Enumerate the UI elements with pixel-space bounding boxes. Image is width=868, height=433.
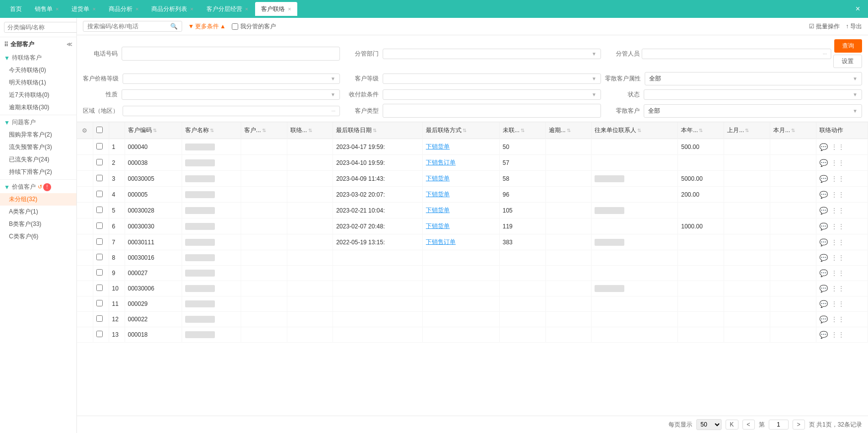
contact-icon[interactable]: 💬 bbox=[819, 300, 828, 308]
more-icon[interactable]: ⋮⋮ bbox=[831, 331, 845, 339]
collapse-icon[interactable]: ≪ bbox=[67, 41, 72, 48]
row-checkbox[interactable] bbox=[96, 222, 103, 229]
tab-home[interactable]: 首页 bbox=[4, 2, 28, 16]
th-type[interactable]: 客户...⇅ bbox=[241, 122, 287, 139]
close-sales-icon[interactable]: × bbox=[56, 6, 59, 12]
close-purchase-icon[interactable]: × bbox=[92, 6, 95, 12]
contact-icon[interactable]: 💬 bbox=[819, 285, 828, 292]
th-last-contact-method[interactable]: 最后联络方式⇅ bbox=[423, 122, 500, 139]
contact-icon[interactable]: 💬 bbox=[819, 159, 828, 167]
first-page-btn[interactable]: K bbox=[726, 420, 738, 430]
more-icon[interactable]: ⋮⋮ bbox=[831, 207, 845, 215]
row-checkbox[interactable] bbox=[96, 285, 103, 291]
th-name[interactable]: 客户名称⇅ bbox=[182, 122, 241, 139]
row-checkbox[interactable] bbox=[96, 300, 103, 306]
reset-button[interactable]: 设置 bbox=[833, 55, 862, 68]
contact-icon[interactable]: 💬 bbox=[819, 143, 828, 151]
row-checkbox[interactable] bbox=[96, 191, 103, 197]
close-product-analysis-list-icon[interactable]: × bbox=[190, 6, 193, 12]
select-manager[interactable]: ··· bbox=[642, 49, 831, 59]
tab-product-analysis-list[interactable]: 商品分析列表 × bbox=[145, 2, 199, 16]
more-icon[interactable]: ⋮⋮ bbox=[831, 222, 845, 230]
select-customer-grade[interactable]: ▼ bbox=[383, 73, 601, 84]
select-payment[interactable]: ▼ bbox=[383, 89, 601, 100]
sidebar-item-tomorrow[interactable]: 明天待联络(1) bbox=[0, 76, 76, 89]
select-region[interactable]: ··· bbox=[123, 106, 340, 116]
search-icon[interactable]: 🔍 bbox=[170, 23, 178, 30]
sidebar-item-7days[interactable]: 近7天待联络(0) bbox=[0, 89, 76, 101]
more-icon[interactable]: ⋮⋮ bbox=[831, 143, 845, 151]
contact-icon[interactable]: 💬 bbox=[819, 269, 828, 277]
close-customer-segment-icon[interactable]: × bbox=[245, 6, 248, 12]
sidebar-search-input[interactable] bbox=[4, 22, 77, 33]
more-icon[interactable]: ⋮⋮ bbox=[831, 285, 845, 292]
more-icon[interactable]: ⋮⋮ bbox=[831, 175, 845, 183]
sidebar-item-classC[interactable]: C类客户(6) bbox=[0, 230, 76, 243]
th-last-month[interactable]: 上月...⇅ bbox=[724, 122, 770, 139]
row-checkbox[interactable] bbox=[96, 269, 103, 276]
search-input[interactable] bbox=[87, 23, 170, 30]
th-partner-contact[interactable]: 往来单位联系人⇅ bbox=[592, 122, 678, 139]
sidebar-item-overdue[interactable]: 逾期未联络(30) bbox=[0, 101, 76, 114]
row-checkbox[interactable] bbox=[96, 331, 103, 337]
row-checkbox[interactable] bbox=[96, 315, 103, 322]
contact-icon[interactable]: 💬 bbox=[819, 222, 828, 230]
th-this-month[interactable]: 本月...⇅ bbox=[770, 122, 816, 139]
row-checkbox[interactable] bbox=[96, 175, 103, 181]
settings-gear-icon[interactable]: ⚙ bbox=[80, 127, 90, 134]
more-icon[interactable]: ⋮⋮ bbox=[831, 191, 845, 199]
sidebar-item-classA[interactable]: A类客户(1) bbox=[0, 206, 76, 218]
select-scattered[interactable]: 全部▼ bbox=[644, 104, 862, 118]
tab-sales[interactable]: 销售单 × bbox=[29, 2, 65, 16]
input-customer-type[interactable] bbox=[383, 104, 601, 118]
select-dept[interactable]: ▼ bbox=[383, 49, 601, 59]
page-number-input[interactable] bbox=[769, 420, 789, 430]
select-nature[interactable]: ▼ bbox=[122, 89, 340, 100]
sidebar-item-today[interactable]: 今天待联络(0) bbox=[0, 64, 76, 76]
more-icon[interactable]: ⋮⋮ bbox=[831, 269, 845, 277]
row-checkbox[interactable] bbox=[96, 143, 103, 149]
per-page-select[interactable]: 50 20 100 bbox=[696, 419, 722, 430]
contact-icon[interactable]: 💬 bbox=[819, 254, 828, 262]
my-customers-checkbox[interactable] bbox=[232, 23, 238, 30]
export-btn[interactable]: ↑ 导出 bbox=[846, 22, 862, 31]
close-customer-contact-icon[interactable]: × bbox=[288, 6, 291, 12]
search-button[interactable]: 查询 bbox=[834, 39, 862, 53]
row-checkbox[interactable] bbox=[96, 159, 103, 165]
batch-operation-btn[interactable]: ☑ 批量操作 bbox=[809, 22, 840, 31]
select-scattered-attr[interactable]: 全部▼ bbox=[645, 72, 862, 85]
input-phone[interactable] bbox=[122, 47, 340, 61]
row-checkbox[interactable] bbox=[96, 254, 103, 260]
sidebar-item-classB[interactable]: B类客户(33) bbox=[0, 218, 76, 230]
next-page-btn[interactable]: > bbox=[793, 420, 805, 430]
tab-purchase[interactable]: 进货单 × bbox=[66, 2, 101, 16]
contact-icon[interactable]: 💬 bbox=[819, 331, 828, 339]
th-this-year[interactable]: 本年...⇅ bbox=[678, 122, 724, 139]
select-price-grade[interactable]: ▼ bbox=[123, 73, 340, 84]
sidebar-item-abnormal-hoard[interactable]: 囤购异常客户(2) bbox=[0, 129, 76, 141]
th-code[interactable]: 客户编码⇅ bbox=[125, 122, 182, 139]
sidebar-item-lost[interactable]: 已流失客户(24) bbox=[0, 153, 76, 166]
sidebar-item-churn-warning[interactable]: 流失预警客户(3) bbox=[0, 141, 76, 153]
tab-customer-segment[interactable]: 客户分层经营 × bbox=[200, 2, 254, 16]
close-all-button[interactable]: × bbox=[852, 4, 864, 13]
tab-customer-contact[interactable]: 客户联络 × bbox=[255, 2, 297, 16]
select-all-checkbox[interactable] bbox=[96, 127, 103, 133]
select-status[interactable]: ▼ bbox=[644, 89, 862, 100]
th-no-contact[interactable]: 未联...⇅ bbox=[499, 122, 545, 139]
th-contact[interactable]: 联络...⇅ bbox=[287, 122, 333, 139]
row-checkbox[interactable] bbox=[96, 207, 103, 213]
more-icon[interactable]: ⋮⋮ bbox=[831, 238, 845, 246]
sidebar-item-ungrouped[interactable]: 未分组(32) bbox=[0, 193, 76, 206]
contact-icon[interactable]: 💬 bbox=[819, 238, 828, 246]
contact-icon[interactable]: 💬 bbox=[819, 191, 828, 199]
tab-product-analysis[interactable]: 商品分析 × bbox=[103, 2, 144, 16]
th-last-contact-date[interactable]: 最后联络日期⇅ bbox=[333, 122, 423, 139]
contact-icon[interactable]: 💬 bbox=[819, 175, 828, 183]
th-overdue[interactable]: 逾期...⇅ bbox=[545, 122, 592, 139]
refresh-icon[interactable]: ↺ bbox=[38, 184, 42, 190]
more-icon[interactable]: ⋮⋮ bbox=[831, 159, 845, 167]
contact-icon[interactable]: 💬 bbox=[819, 315, 828, 323]
close-product-analysis-icon[interactable]: × bbox=[135, 6, 138, 12]
row-checkbox[interactable] bbox=[96, 238, 103, 245]
